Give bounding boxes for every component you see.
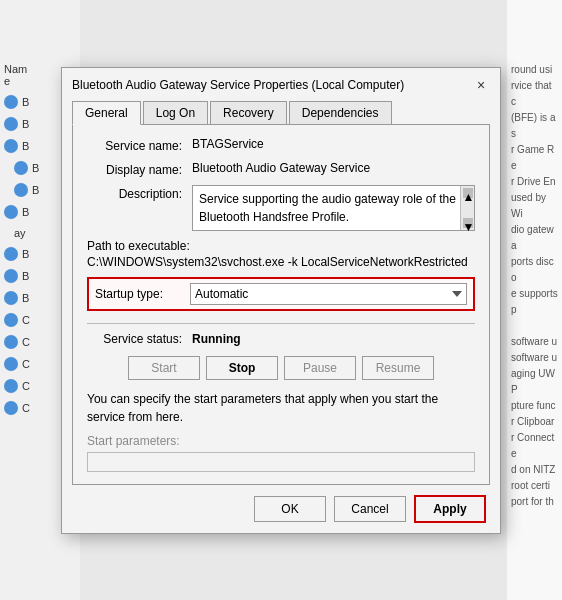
tab-general[interactable]: General	[72, 101, 141, 125]
description-container: Service supporting the audio gateway rol…	[192, 185, 475, 231]
display-name-label: Display name:	[87, 161, 192, 177]
description-scrollbar[interactable]: ▲ ▼	[460, 186, 474, 230]
service-status-label: Service status:	[87, 332, 192, 346]
start-params-input[interactable]	[87, 452, 475, 472]
action-buttons-group: Start Stop Pause Resume	[87, 356, 475, 380]
start-button[interactable]: Start	[128, 356, 200, 380]
divider-1	[87, 323, 475, 324]
ok-button[interactable]: OK	[254, 496, 326, 522]
service-name-value: BTAGService	[192, 137, 475, 151]
startup-type-select[interactable]: Automatic Automatic (Delayed Start) Manu…	[190, 283, 467, 305]
dialog-content: Service name: BTAGService Display name: …	[72, 124, 490, 485]
startup-type-row: Startup type: Automatic Automatic (Delay…	[87, 277, 475, 311]
service-status-row: Service status: Running	[87, 332, 475, 346]
service-status-value: Running	[192, 332, 241, 346]
startup-type-label: Startup type:	[95, 287, 190, 301]
scrollbar-up[interactable]: ▲	[463, 188, 473, 198]
start-params-label: Start parameters:	[87, 434, 475, 448]
description-row: Description: Service supporting the audi…	[87, 185, 475, 231]
tab-bar: General Log On Recovery Dependencies	[62, 94, 500, 124]
cancel-button[interactable]: Cancel	[334, 496, 406, 522]
tab-dependencies[interactable]: Dependencies	[289, 101, 392, 125]
stop-button[interactable]: Stop	[206, 356, 278, 380]
pause-button[interactable]: Pause	[284, 356, 356, 380]
description-value: Service supporting the audio gateway rol…	[199, 192, 456, 224]
bg-right-text: round usi rvice that c (BFE) is a s r Ga…	[507, 60, 562, 512]
close-button[interactable]: ×	[472, 76, 490, 94]
title-bar: Bluetooth Audio Gateway Service Properti…	[62, 68, 500, 94]
dialog-title: Bluetooth Audio Gateway Service Properti…	[72, 78, 404, 92]
path-row: Path to executable: C:\WINDOWS\system32\…	[87, 239, 475, 269]
resume-button[interactable]: Resume	[362, 356, 434, 380]
description-label: Description:	[87, 185, 192, 201]
dialog-window: Bluetooth Audio Gateway Service Properti…	[61, 67, 501, 534]
scrollbar-down[interactable]: ▼	[463, 218, 473, 228]
dialog-footer: OK Cancel Apply	[62, 485, 500, 533]
hint-text: You can specify the start parameters tha…	[87, 390, 475, 426]
background-right-panel: round usi rvice that c (BFE) is a s r Ga…	[507, 0, 562, 600]
display-name-row: Display name: Bluetooth Audio Gateway Se…	[87, 161, 475, 177]
display-name-value: Bluetooth Audio Gateway Service	[192, 161, 475, 175]
service-name-row: Service name: BTAGService	[87, 137, 475, 153]
service-name-label: Service name:	[87, 137, 192, 153]
description-box: Service supporting the audio gateway rol…	[192, 185, 475, 231]
tab-recovery[interactable]: Recovery	[210, 101, 287, 125]
start-params-group: Start parameters:	[87, 434, 475, 472]
path-label: Path to executable:	[87, 239, 475, 253]
path-value: C:\WINDOWS\system32\svchost.exe -k Local…	[87, 255, 475, 269]
apply-button[interactable]: Apply	[414, 495, 486, 523]
tab-logon[interactable]: Log On	[143, 101, 208, 125]
